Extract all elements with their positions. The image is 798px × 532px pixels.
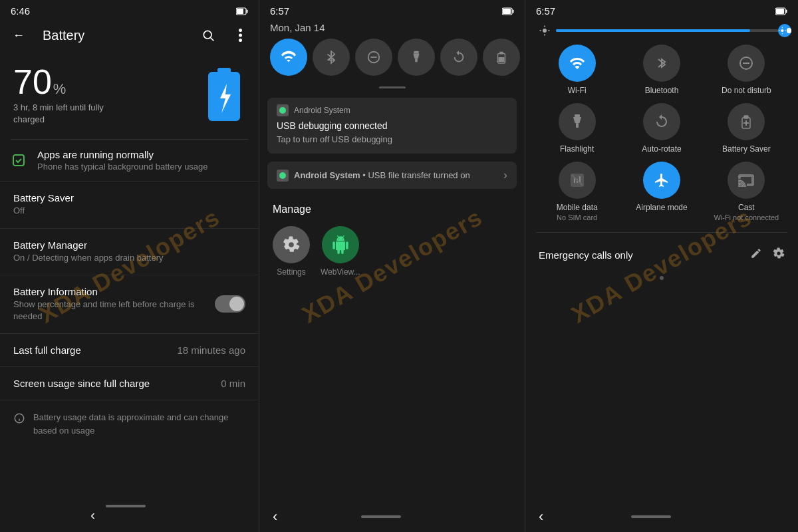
svg-point-7	[239, 39, 242, 42]
qs-batterysaver-circle	[728, 103, 765, 140]
wifi-icon	[281, 50, 296, 65]
apps-status-sub: Phone has typical background battery usa…	[37, 162, 208, 172]
status-bar-3: 6:57	[525, 0, 798, 19]
manage-webview[interactable]: WebView...	[321, 226, 360, 277]
notification-card-2[interactable]: Android System • USB file transfer turne…	[267, 162, 517, 189]
qs-tile-wifi[interactable]	[270, 39, 307, 76]
svg-point-11	[15, 414, 24, 423]
qs-tile-rotate[interactable]	[440, 39, 477, 76]
battery-manager-title: Battery Manager	[13, 239, 245, 251]
brightness-track[interactable]	[556, 29, 785, 32]
screen-usage-row: Screen usage since full charge 0 min	[0, 367, 259, 400]
brightness-thumb[interactable]	[778, 24, 791, 37]
search-button[interactable]	[195, 22, 221, 49]
qs-batterysaver[interactable]: Battery Saver	[708, 103, 785, 154]
android-icon-2	[278, 171, 287, 180]
page-dot	[660, 276, 664, 280]
qs-autorotate-label: Auto-rotate	[642, 144, 681, 154]
qs-cast-sublabel: Wi-Fi not connected	[714, 213, 779, 221]
qs-wifi[interactable]: Wi-Fi	[539, 45, 615, 95]
battery-info-row[interactable]: Battery Information Show percentage and …	[0, 275, 259, 334]
brightness-fill	[556, 29, 750, 32]
svg-rect-15	[513, 9, 514, 13]
qs-batterysaver-label: Battery Saver	[722, 144, 771, 154]
qs-dnd[interactable]: Do not disturb	[708, 45, 785, 95]
pencil-icon	[750, 247, 762, 259]
qs-autorotate[interactable]: Auto-rotate	[623, 103, 700, 154]
qs-mobiledata[interactable]: Mobile data No SIM card	[539, 162, 615, 221]
battery-status-icon	[236, 7, 248, 15]
status-icons-1	[236, 7, 248, 15]
svg-rect-24	[498, 57, 504, 62]
search-icon	[201, 29, 215, 42]
nav-back-2[interactable]: ‹	[273, 508, 277, 525]
flashlight-icon-3	[571, 114, 583, 130]
manage-settings-label: Settings	[277, 267, 305, 277]
qs-tile-battery[interactable]	[483, 39, 520, 76]
battery-manager-row[interactable]: Battery Manager On / Detecting when apps…	[0, 229, 259, 275]
footer-disclaimer: Battery usage data is approximate and ca…	[33, 411, 245, 437]
nav-back-3[interactable]: ‹	[539, 508, 543, 525]
nav-back-1[interactable]: ‹	[80, 505, 106, 525]
qs-airplane[interactable]: Airplane mode	[623, 162, 700, 221]
status-bar-1: 6:46	[0, 0, 259, 19]
battery-settings-panel: XDA Developers 6:46 ← Battery	[0, 0, 259, 532]
page-title: Battery	[37, 28, 190, 43]
battery-saver-row[interactable]: Battery Saver Off	[0, 182, 259, 228]
gear-icon-3	[773, 247, 785, 259]
edit-icon[interactable]	[750, 247, 762, 263]
battery-saver-title: Battery Saver	[13, 192, 245, 203]
battery-percentage: 70 %	[13, 65, 203, 99]
qs-mobiledata-label: Mobile data	[557, 203, 598, 212]
nav-pill-3	[631, 515, 671, 518]
qs-bluetooth[interactable]: Bluetooth	[623, 45, 700, 95]
qs-cast[interactable]: Cast Wi-Fi not connected	[708, 162, 785, 221]
svg-point-26	[279, 172, 286, 179]
nav-pill-2	[361, 515, 401, 518]
qs-flashlight-label: Flashlight	[560, 144, 594, 154]
navbar-2: ‹	[259, 501, 525, 532]
nav-pill-1	[106, 505, 146, 507]
qs-cast-label: Cast	[738, 203, 755, 212]
nav-spacer-1	[146, 505, 179, 525]
more-button[interactable]	[227, 22, 253, 49]
brightness-slider-row[interactable]	[525, 19, 798, 39]
navbar-3: ‹	[525, 501, 798, 532]
svg-rect-23	[499, 52, 503, 55]
cast-icon	[738, 174, 754, 187]
settings-gear-icon	[283, 236, 300, 253]
svg-rect-20	[414, 51, 418, 54]
notifications-panel: XDA Developers 6:57 Mon, Jan 14	[259, 0, 525, 532]
back-button[interactable]: ←	[5, 22, 32, 49]
more-icon	[239, 29, 242, 42]
rotate-icon	[452, 50, 466, 65]
qs-tile-dnd[interactable]	[355, 39, 392, 76]
notif-1-app-name: Android System	[294, 106, 507, 115]
svg-rect-43	[576, 123, 579, 128]
qs-tile-bluetooth[interactable]	[313, 39, 350, 76]
battery-info-toggle[interactable]	[215, 295, 245, 313]
status-icons-2	[502, 7, 514, 15]
screen-usage-label: Screen usage since full charge	[13, 378, 150, 389]
navbar-1: ‹	[0, 498, 259, 532]
qs-flashlight-circle	[559, 103, 596, 140]
rotate-icon-3	[654, 114, 670, 130]
qs-autorotate-circle	[643, 103, 680, 140]
qs-flashlight[interactable]: Flashlight	[539, 103, 615, 154]
wifi-icon-3	[569, 57, 585, 70]
manage-settings[interactable]: Settings	[273, 226, 310, 277]
settings-icon-qs[interactable]	[773, 247, 785, 263]
battery-icon-2	[502, 7, 514, 15]
qs-wifi-label: Wi-Fi	[568, 86, 587, 95]
svg-point-6	[239, 34, 242, 37]
svg-rect-28	[786, 9, 787, 13]
dnd-icon-3	[738, 55, 754, 71]
qs-airplane-circle	[643, 162, 680, 199]
svg-point-5	[239, 29, 242, 32]
notification-card-1[interactable]: Android System USB debugging connected T…	[267, 98, 517, 154]
battery-footer: Battery usage data is approximate and ca…	[0, 400, 259, 448]
notif-2-app-icon	[277, 170, 289, 182]
battery-time-remaining: 3 hr, 8 min left until fully charged	[13, 102, 133, 126]
qs-tile-flashlight[interactable]	[398, 39, 435, 76]
qs-mobiledata-circle	[559, 162, 596, 199]
